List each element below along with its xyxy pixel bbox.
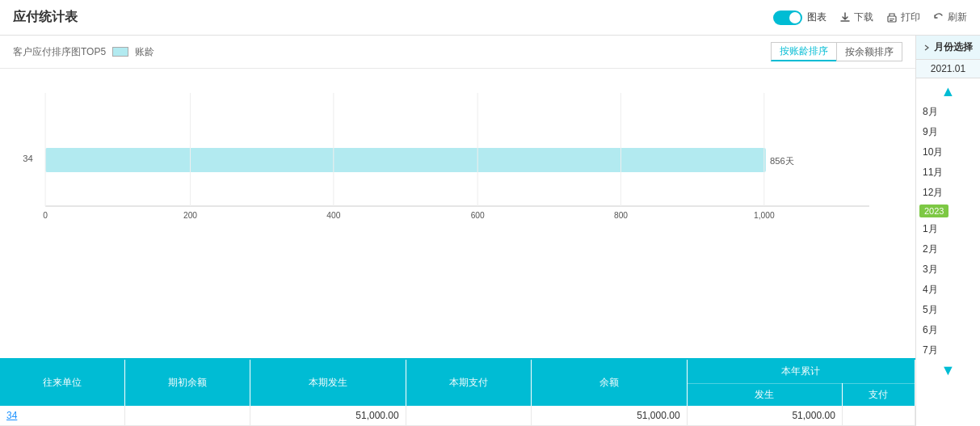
svg-text:800: 800 (614, 211, 628, 220)
svg-text:200: 200 (183, 211, 197, 220)
occurrence-value: 51,000.00 (355, 410, 398, 421)
year-badge: 2023 (919, 205, 948, 217)
legend-box-label: 账龄 (135, 45, 154, 59)
col-ytd-payment: 支付 (842, 384, 915, 407)
col-opening: 期初余额 (124, 360, 250, 406)
print-button[interactable]: 打印 (886, 11, 920, 24)
sidebar-item-jan[interactable]: 1月 (916, 219, 980, 239)
sort-by-age-button[interactable]: 按账龄排序 (771, 42, 836, 61)
nav-down-arrow[interactable]: ▼ (940, 361, 957, 381)
svg-text:400: 400 (326, 211, 340, 220)
ytd-occurrence-value: 51,000.00 (792, 410, 835, 421)
svg-text:600: 600 (471, 211, 485, 220)
sidebar-item-dec[interactable]: 12月 (916, 183, 980, 203)
app-container: 应付统计表 图表 下载 打印 (0, 0, 980, 426)
col-balance: 余额 (532, 360, 687, 406)
toggle-label: 图表 (807, 11, 826, 24)
svg-text:34: 34 (23, 154, 33, 163)
refresh-button[interactable]: 刷新 (933, 11, 967, 24)
data-table: 往来单位 期初余额 本期发生 本期支付 余额 本年累计 发生 支付 (0, 360, 915, 426)
chart-sort: 按账龄排序 按余额排序 (771, 42, 902, 61)
sidebar-nav: ▲ 8月 9月 10月 11月 12月 2023 1月 2月 3月 4月 5月 … (916, 78, 980, 384)
print-icon (886, 12, 898, 23)
chevron-right-icon (923, 44, 931, 52)
sidebar: 月份选择 2021.01 ▲ 8月 9月 10月 11月 12月 2023 1月… (915, 36, 980, 426)
refresh-label: 刷新 (948, 11, 967, 24)
sidebar-item-nov[interactable]: 11月 (916, 162, 980, 183)
sidebar-item-sep[interactable]: 9月 (916, 122, 980, 142)
header-actions: 图表 下载 打印 刷新 (773, 11, 967, 25)
sidebar-item-apr[interactable]: 4月 (916, 280, 980, 300)
legend-box (112, 47, 128, 57)
cell-ytd-payment (842, 406, 915, 426)
sidebar-item-aug[interactable]: 8月 (916, 102, 980, 122)
sidebar-item-jul[interactable]: 7月 (916, 340, 980, 361)
download-icon (839, 12, 851, 23)
cell-occurrence: 51,000.00 (250, 406, 406, 426)
sidebar-header: 月份选择 (916, 36, 980, 60)
page-title: 应付统计表 (13, 9, 78, 26)
table-wrapper: 往来单位 期初余额 本期发生 本期支付 余额 本年累计 发生 支付 (0, 360, 915, 426)
col-ytd: 本年累计 (687, 360, 915, 384)
legend-title: 客户应付排序图TOP5 (13, 45, 106, 59)
svg-rect-2 (890, 20, 893, 21)
chart-toggle[interactable] (773, 11, 802, 25)
chart-area: 客户应付排序图TOP5 账龄 按账龄排序 按余额排序 34 856天 (0, 36, 915, 426)
sort-by-balance-button[interactable]: 按余额排序 (836, 42, 902, 61)
svg-rect-1 (890, 19, 894, 19)
unit-link[interactable]: 34 (6, 410, 17, 421)
svg-text:1,000: 1,000 (754, 211, 775, 220)
col-ytd-occurrence: 发生 (687, 384, 842, 407)
chart-svg: 34 856天 0 200 400 600 800 1,000 (8, 77, 902, 238)
chart-legend: 客户应付排序图TOP5 账龄 (13, 45, 154, 59)
chart-toggle-group: 图表 (773, 11, 826, 25)
chart-header: 客户应付排序图TOP5 账龄 按账龄排序 按余额排序 (0, 36, 915, 69)
sidebar-item-may[interactable]: 5月 (916, 300, 980, 320)
sidebar-month-input[interactable]: 2021.01 (916, 60, 980, 78)
sidebar-item-feb[interactable]: 2月 (916, 239, 980, 259)
svg-text:856天: 856天 (770, 156, 794, 166)
header: 应付统计表 图表 下载 打印 (0, 0, 980, 36)
download-label: 下载 (854, 11, 873, 24)
sidebar-title: 月份选择 (934, 40, 973, 54)
cell-unit: 34 (0, 406, 124, 426)
col-payment: 本期支付 (406, 360, 532, 406)
cell-payment (406, 406, 532, 426)
svg-rect-4 (45, 148, 766, 172)
chart-svg-area: 34 856天 0 200 400 600 800 1,000 (0, 69, 915, 358)
nav-up-arrow[interactable]: ▲ (940, 82, 957, 102)
table-area: 往来单位 期初余额 本期发生 本期支付 余额 本年累计 发生 支付 (0, 358, 915, 426)
cell-opening (124, 406, 250, 426)
col-occurrence: 本期发生 (250, 360, 406, 406)
sidebar-item-oct[interactable]: 10月 (916, 142, 980, 162)
sidebar-item-jun[interactable]: 6月 (916, 320, 980, 340)
main-content: 客户应付排序图TOP5 账龄 按账龄排序 按余额排序 34 856天 (0, 36, 980, 426)
svg-text:0: 0 (43, 211, 48, 220)
cell-ytd-occurrence: 51,000.00 (687, 406, 842, 426)
balance-value: 51,000.00 (637, 410, 679, 421)
print-label: 打印 (901, 11, 920, 24)
refresh-icon (933, 12, 944, 23)
sidebar-item-mar[interactable]: 3月 (916, 259, 980, 280)
table-row: 34 51,000.00 51,000.00 51,000.00 (0, 406, 915, 426)
cell-balance: 51,000.00 (532, 406, 687, 426)
col-unit: 往来单位 (0, 360, 124, 406)
download-button[interactable]: 下载 (839, 11, 873, 24)
